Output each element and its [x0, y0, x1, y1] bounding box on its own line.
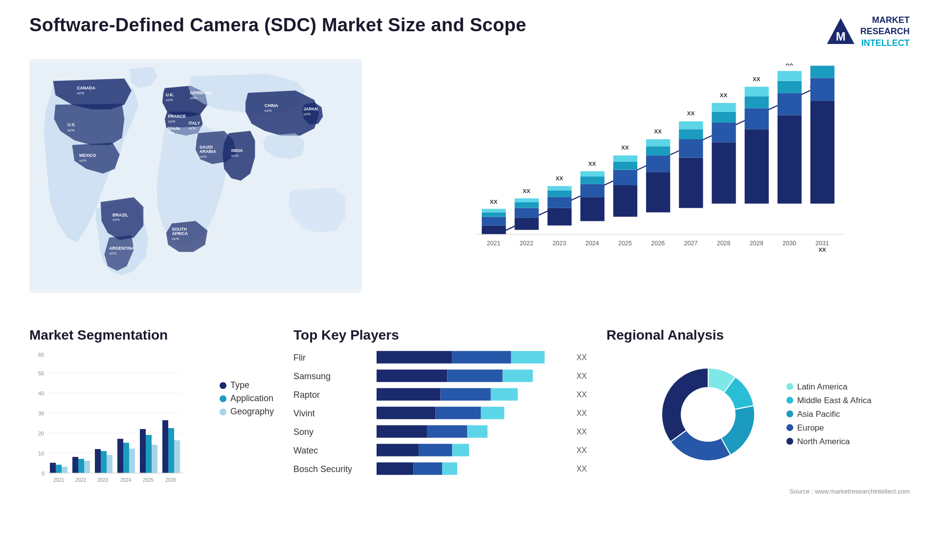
- svg-rect-39: [482, 213, 506, 217]
- regional-legend-dot: [786, 383, 793, 390]
- svg-rect-82: [712, 103, 736, 112]
- player-bar-wrap: [377, 369, 569, 383]
- svg-rect-142: [452, 351, 511, 364]
- svg-rect-153: [377, 425, 427, 438]
- player-value: XX: [577, 409, 587, 418]
- svg-text:2024: 2024: [120, 477, 132, 483]
- svg-text:xx%: xx%: [79, 158, 87, 163]
- svg-text:30: 30: [38, 410, 44, 416]
- player-name: Raptor: [293, 390, 372, 400]
- player-name: Watec: [293, 446, 372, 456]
- svg-rect-122: [84, 461, 90, 473]
- svg-rect-52: [547, 186, 571, 191]
- svg-text:XX: XX: [785, 64, 793, 66]
- svg-rect-128: [117, 439, 123, 473]
- svg-text:2022: 2022: [520, 240, 534, 247]
- svg-text:xx%: xx%: [265, 108, 272, 113]
- svg-rect-64: [613, 155, 637, 162]
- svg-rect-75: [679, 129, 703, 140]
- svg-rect-81: [712, 112, 736, 123]
- regional-legend-item: North America: [786, 437, 872, 447]
- player-value: XX: [577, 390, 587, 399]
- svg-text:MEXICO: MEXICO: [79, 153, 96, 158]
- page-container: Software-Defined Camera (SDC) Market Siz…: [0, 0, 939, 560]
- svg-text:ITALY: ITALY: [188, 121, 200, 126]
- legend-item-type: Type: [220, 380, 274, 390]
- player-value: XX: [577, 372, 587, 381]
- svg-text:2027: 2027: [684, 240, 697, 247]
- map-svg: CANADA xx% U.S. xx% MEXICO xx% BRAZIL xx…: [29, 59, 362, 293]
- svg-text:xx%: xx%: [188, 126, 196, 130]
- player-row: RaptorXX: [293, 388, 587, 402]
- svg-rect-99: [810, 66, 834, 78]
- segmentation-legend: Type Application Geography: [220, 380, 274, 417]
- bar-chart-section: XX 2021 XX 2022 XX 2023: [381, 59, 910, 313]
- svg-rect-85: [745, 129, 769, 204]
- svg-rect-92: [778, 93, 802, 115]
- svg-text:2021: 2021: [53, 477, 65, 483]
- svg-text:2024: 2024: [585, 240, 599, 247]
- svg-text:FRANCE: FRANCE: [168, 114, 186, 119]
- svg-rect-129: [123, 443, 129, 473]
- player-row: Bosch SecurityXX: [293, 462, 587, 476]
- regional-legend-item: Latin America: [786, 382, 872, 392]
- svg-text:XX: XX: [720, 92, 728, 98]
- svg-rect-159: [377, 462, 414, 475]
- player-bar-wrap: [377, 462, 569, 476]
- regional-legend-item: Europe: [786, 423, 872, 433]
- svg-text:xx%: xx%: [168, 119, 176, 124]
- svg-text:XX: XX: [687, 110, 695, 116]
- source-text: Source : www.marketresearchintellect.com: [606, 488, 910, 495]
- svg-text:2022: 2022: [75, 477, 87, 483]
- header: Software-Defined Camera (SDC) Market Siz…: [29, 15, 910, 49]
- regional-legend: Latin AmericaMiddle East & AfricaAsia Pa…: [786, 382, 872, 447]
- svg-text:CHINA: CHINA: [265, 103, 278, 108]
- regional-legend-label: Europe: [797, 423, 824, 433]
- svg-rect-38: [482, 217, 506, 226]
- svg-text:2031: 2031: [815, 240, 829, 247]
- svg-rect-133: [146, 435, 152, 473]
- player-bar-svg: [377, 407, 569, 420]
- svg-rect-57: [581, 176, 604, 184]
- svg-rect-157: [419, 444, 452, 456]
- regional-legend-dot: [786, 438, 793, 445]
- svg-rect-150: [377, 407, 435, 419]
- segmentation-title: Market Segmentation: [29, 327, 274, 343]
- svg-rect-141: [377, 351, 452, 364]
- svg-text:2025: 2025: [618, 240, 632, 247]
- logo-line1: MARKET: [860, 15, 910, 26]
- legend-label-type: Type: [230, 380, 249, 390]
- svg-rect-118: [62, 467, 67, 473]
- player-name: Bosch Security: [293, 464, 372, 474]
- player-bar-svg: [377, 425, 569, 439]
- player-value: XX: [577, 428, 587, 436]
- player-bar-svg: [377, 462, 569, 476]
- svg-text:2026: 2026: [651, 240, 665, 247]
- svg-rect-50: [547, 197, 571, 208]
- svg-text:xx%: xx%: [109, 251, 116, 256]
- svg-rect-130: [129, 449, 135, 473]
- svg-text:0: 0: [42, 471, 45, 476]
- regional-legend-dot: [786, 397, 793, 404]
- regional-legend-label: Middle East & Africa: [797, 396, 872, 406]
- svg-rect-121: [78, 459, 84, 473]
- map-section: CANADA xx% U.S. xx% MEXICO xx% BRAZIL xx…: [29, 59, 362, 313]
- svg-text:2026: 2026: [165, 477, 177, 483]
- svg-rect-87: [745, 96, 769, 108]
- svg-text:xx%: xx%: [172, 237, 179, 241]
- player-bar-wrap: [377, 351, 569, 365]
- svg-text:JAPAN: JAPAN: [304, 107, 318, 111]
- svg-rect-67: [646, 172, 670, 212]
- svg-rect-149: [491, 388, 518, 401]
- player-bar-svg: [377, 351, 569, 365]
- svg-text:xx%: xx%: [166, 98, 173, 102]
- svg-text:XX: XX: [621, 145, 629, 151]
- player-row: SonyXX: [293, 425, 587, 439]
- player-bar-wrap: [377, 425, 569, 439]
- svg-rect-49: [547, 208, 571, 226]
- svg-rect-55: [581, 197, 604, 221]
- svg-text:GERMANY: GERMANY: [190, 90, 212, 95]
- svg-text:2023: 2023: [553, 240, 566, 247]
- player-row: FlirXX: [293, 351, 587, 365]
- player-bar-wrap: [377, 388, 569, 402]
